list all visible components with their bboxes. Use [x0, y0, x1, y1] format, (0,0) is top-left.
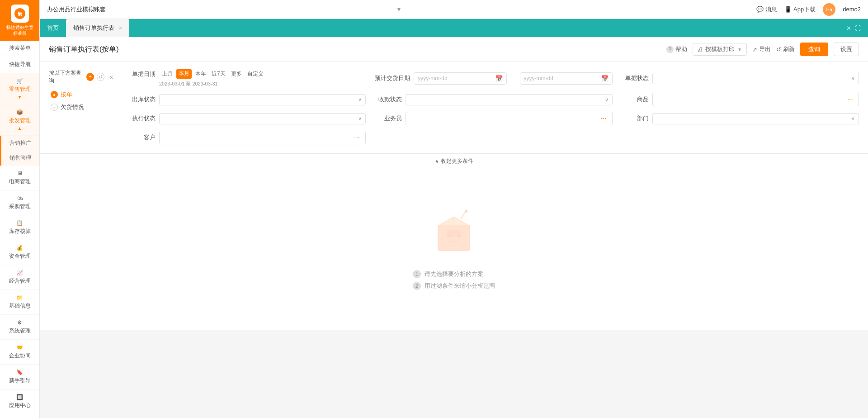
goods-dots[interactable]: ···	[845, 95, 855, 104]
doc-status-select[interactable]: ∨	[652, 73, 859, 84]
app-icon: 📱	[784, 6, 792, 13]
filter-with-scheme: 按以下方案查询 + ↺ « ● 按单 ○ 欠货情况	[49, 69, 859, 146]
purchase-icon: 🛍	[17, 195, 23, 201]
operation-label: 经营管理	[9, 277, 31, 285]
tab-home[interactable]: 首页	[40, 19, 66, 37]
sidebar-item-guide[interactable]: 🔖 新手引导	[0, 365, 39, 390]
sidebar-item-ecommerce[interactable]: 🖥 电商管理	[0, 166, 39, 190]
svg-point-8	[447, 235, 450, 238]
main-area: 办公用品行业模拟账套 ▼ 💬 消息 📱 App下载 Ea demo2 首页 销售…	[40, 0, 868, 418]
customer-input[interactable]: ···	[159, 131, 366, 144]
tab-close-icon[interactable]: ×	[119, 25, 122, 31]
username-label[interactable]: demo2	[843, 6, 861, 13]
sidebar-item-inventory[interactable]: 📋 库存核算	[0, 215, 39, 240]
expected-delivery-start[interactable]: yyyy-mm-dd 📅	[414, 72, 506, 85]
refresh-scheme-button[interactable]: ↺	[97, 73, 104, 81]
tab-close-window-icon[interactable]: ✕	[846, 25, 851, 32]
export-button[interactable]: ↗ 导出	[752, 45, 771, 53]
filter-row-2: 出库状态 ∨ 收款状态 ∨	[128, 93, 859, 106]
settings-button[interactable]: 设置	[834, 43, 859, 56]
tip-text-2: 用过滤条件来缩小分析范围	[425, 282, 495, 290]
filter-fields: 单据日期 上月 本月 本年 近7天 更多 自定义 2023	[128, 69, 859, 146]
sidebar-item-base[interactable]: 📁 基础信息	[0, 290, 39, 315]
salesperson-dots[interactable]: ···	[599, 114, 608, 123]
page-header-actions: ? 帮助 🖨 按模板打印 ▼ ↗ 导出 ↺ 刷新 查询 设置	[666, 43, 859, 56]
finance-label: 资金管理	[9, 252, 31, 260]
collection-status-select[interactable]: ∨	[406, 94, 612, 105]
operation-icon: 📈	[16, 270, 23, 276]
app-download-button[interactable]: 📱 App下载	[784, 5, 816, 14]
query-button[interactable]: 查询	[800, 43, 828, 56]
filter-row-3: 执行状态 ∨ 业务员 ···	[128, 112, 859, 125]
date-range-text: 2023-03-01 至 2023-03-31	[159, 81, 218, 87]
sidebar-item-enterprise[interactable]: 🤝 企业协同	[0, 340, 39, 365]
salesperson-input[interactable]: ···	[406, 112, 612, 125]
delivery-status-select[interactable]: ∨	[159, 94, 366, 105]
filter-item-salesperson: 业务员 ···	[375, 112, 612, 125]
sidebar-item-retail[interactable]: 🛒 零售管理 ▼	[0, 73, 39, 104]
expected-delivery-end[interactable]: yyyy-mm-dd 📅	[520, 72, 613, 85]
date-btn-last7days[interactable]: 近7天	[210, 69, 227, 79]
collapse-scheme-button[interactable]: «	[107, 72, 115, 81]
wholesale-label: 批发管理	[9, 117, 31, 124]
collapse-button[interactable]: ∧ 收起更多条件	[435, 157, 473, 165]
message-button[interactable]: 💬 消息	[756, 5, 777, 14]
print-icon: 🖨	[698, 46, 703, 53]
doc-status-arrow: ∨	[851, 76, 855, 81]
sidebar-item-quick-nav[interactable]: 快捷导航	[0, 56, 39, 73]
marketing-label: 营销推广	[9, 140, 31, 146]
filter-item-date: 单据日期 上月 本月 本年 近7天 更多 自定义 2023	[128, 69, 366, 87]
sidebar-item-system[interactable]: ⚙ 系统管理	[0, 315, 39, 340]
exec-status-arrow: ∨	[358, 116, 362, 122]
sidebar-search[interactable]: 搜索菜单	[0, 41, 39, 56]
sidebar-item-sales[interactable]: 销售管理	[1, 151, 39, 166]
exec-status-select[interactable]: ∨	[159, 113, 366, 124]
sidebar-item-finance[interactable]: 💰 资金管理	[0, 240, 39, 265]
tab-home-label: 首页	[47, 24, 59, 32]
sidebar-item-operation[interactable]: 📈 经营管理	[0, 265, 39, 290]
tab-sales-order[interactable]: 销售订单执行表 ×	[66, 19, 129, 37]
svg-rect-2	[438, 226, 470, 251]
scheme-item-by-order[interactable]: ● 按单	[49, 88, 115, 101]
print-dropdown-arrow[interactable]: ▼	[737, 47, 742, 52]
user-avatar[interactable]: Ea	[823, 3, 835, 16]
sidebar-item-marketing[interactable]: 营销推广	[1, 136, 39, 151]
filter-item-exec-status: 执行状态 ∨	[128, 112, 366, 125]
svg-point-7	[465, 210, 467, 213]
customer-dots[interactable]: ···	[352, 133, 362, 142]
filter-row-4: 客户 ···	[128, 131, 859, 144]
collection-status-arrow: ∨	[605, 97, 609, 103]
system-title: 办公用品行业模拟账套	[47, 5, 391, 14]
message-icon: 💬	[756, 6, 764, 13]
date-btn-this-year[interactable]: 本年	[193, 69, 208, 79]
sidebar-item-purchase[interactable]: 🛍 采购管理	[0, 190, 39, 215]
scheme-item-backorder[interactable]: ○ 欠货情况	[49, 101, 115, 114]
refresh-button[interactable]: ↺ 刷新	[776, 45, 795, 53]
goods-input[interactable]: ···	[652, 93, 859, 106]
date-btn-more[interactable]: 更多	[229, 69, 244, 79]
sidebar-item-wechat[interactable]: 💬 企业微信	[0, 414, 39, 418]
dropdown-arrow[interactable]: ▼	[396, 6, 402, 13]
refresh-icon: ↺	[776, 46, 781, 53]
department-select[interactable]: ∨	[652, 113, 859, 124]
date-btn-custom[interactable]: 自定义	[245, 69, 265, 79]
scheme-inactive-dot: ○	[51, 104, 58, 111]
sidebar-item-wholesale[interactable]: 📦 批发管理 ▲	[0, 104, 39, 136]
inventory-label: 库存核算	[9, 228, 31, 235]
topbar-actions: 💬 消息 📱 App下载 Ea demo2	[756, 3, 861, 16]
goods-label: 商品	[622, 95, 649, 104]
sidebar-logo[interactable]: 畅 畅捷通好生意 标准版	[0, 0, 39, 41]
date-btn-last-month[interactable]: 上月	[160, 69, 175, 79]
ecommerce-icon: 🖥	[17, 170, 23, 176]
print-template-button[interactable]: 🖨 按模板打印 ▼	[693, 43, 747, 56]
system-label: 系统管理	[9, 327, 31, 335]
help-button[interactable]: ? 帮助	[666, 45, 687, 53]
svg-line-6	[461, 212, 465, 219]
date-btn-this-month[interactable]: 本月	[176, 69, 192, 79]
add-scheme-button[interactable]: +	[86, 73, 94, 81]
filter-item-collection-status: 收款状态 ∨	[375, 93, 612, 106]
exec-status-label: 执行状态	[128, 114, 156, 123]
tab-maximize-icon[interactable]: ⛶	[855, 25, 861, 32]
sidebar-item-apps[interactable]: 🔲 应用中心	[0, 390, 39, 414]
empty-state: 1 请先选择要分析的方案 2 用过滤条件来缩小分析范围	[40, 169, 868, 330]
